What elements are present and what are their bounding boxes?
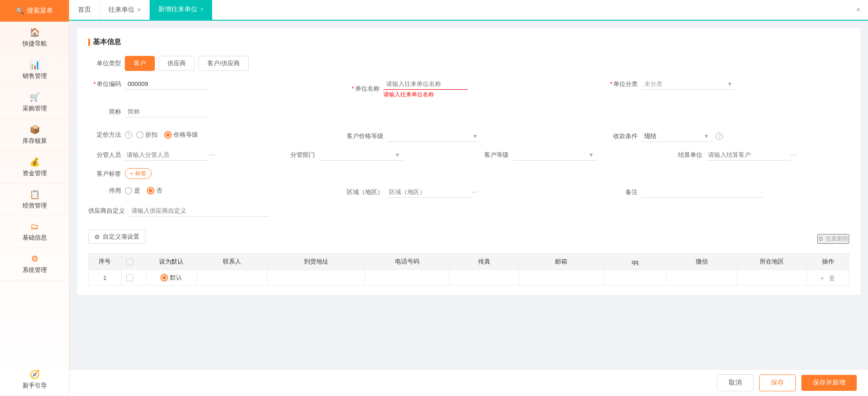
basic-icon: 🗂 xyxy=(30,222,39,232)
remark-field: 备注 xyxy=(605,186,849,198)
section-title-text: 基本信息 xyxy=(93,38,121,47)
department-field: 分管部门 ▼ xyxy=(282,149,462,161)
unit-type-group: 客户 供应商 客户/供应商 xyxy=(125,56,249,71)
row-delete-icon[interactable]: 🗑 xyxy=(827,274,837,282)
manager-input[interactable] xyxy=(125,149,207,160)
customer-level-field: 客户等级 ▼ xyxy=(476,149,655,161)
sidebar-item-sales[interactable]: 📊 销售管理 xyxy=(0,54,69,86)
tab-new-partner-close[interactable]: × xyxy=(200,6,204,13)
window-close-button[interactable]: × xyxy=(849,0,868,20)
tag-add-button[interactable]: + 标签 xyxy=(125,168,152,179)
radio-stop-no-circle xyxy=(147,187,154,194)
fax-input[interactable] xyxy=(465,274,503,281)
customer-price-select[interactable] xyxy=(387,131,481,142)
customer-price-field: 客户价格等级 ▼ xyxy=(347,131,591,142)
cancel-button[interactable]: 取消 xyxy=(717,374,754,391)
cell-region xyxy=(737,270,807,286)
unit-category-select[interactable]: 未分类 xyxy=(641,78,735,90)
stop-radio-yes[interactable]: 是 xyxy=(125,186,140,195)
sidebar-item-basic[interactable]: 🗂 基础信息 xyxy=(0,216,69,248)
payment-terms-select[interactable]: 现结 xyxy=(641,131,712,142)
cell-fax xyxy=(449,270,519,286)
region-field: 区域（地区） ··· xyxy=(347,186,591,198)
th-action: 操作 xyxy=(807,254,849,270)
row-checkbox[interactable] xyxy=(126,274,133,281)
contact-table: 序号 设为默认 联系人 到货地址 电话号码 传真 邮箱 qq 微信 所在地区 操… xyxy=(88,253,849,286)
unit-name-field: *单位名称 请输入往来单位名称 xyxy=(347,78,591,99)
short-name-input[interactable] xyxy=(125,106,209,117)
unit-btn-supplier[interactable]: 供应商 xyxy=(159,56,195,71)
finance-icon: 💰 xyxy=(30,157,40,167)
search-menu-button[interactable]: 🔍 搜索菜单 xyxy=(0,0,69,22)
wechat-input[interactable] xyxy=(683,274,721,281)
remark-input[interactable] xyxy=(641,186,763,198)
select-all-checkbox[interactable] xyxy=(126,258,133,265)
pricing-radio-price-level[interactable]: 价格等级 xyxy=(164,131,198,139)
manager-more-icon[interactable]: ··· xyxy=(207,151,217,159)
customer-level-select-wrapper: ▼ xyxy=(512,149,597,161)
unit-name-input[interactable] xyxy=(383,78,468,90)
code-name-category-row: *单位编码 *单位名称 请输入往来单位名称 *单位分类 xyxy=(88,78,849,99)
sidebar-item-label: 系统管理 xyxy=(23,266,47,274)
customer-tag-row: 客户标签 + 标签 xyxy=(88,168,849,179)
sidebar-item-label: 经营管理 xyxy=(23,202,47,210)
region-label: 区域（地区） xyxy=(347,188,383,196)
sidebar-item-purchase[interactable]: 🛒 采购管理 xyxy=(0,86,69,119)
contact-input[interactable] xyxy=(213,274,251,281)
payment-terms-help-icon[interactable]: ? xyxy=(716,132,723,140)
region-input[interactable] xyxy=(387,186,470,197)
row-add-icon[interactable]: + xyxy=(819,274,826,282)
pricing-method-field: 定价方法 ? 折扣 价格等级 xyxy=(88,131,333,139)
tab-partners[interactable]: 往来单位 × xyxy=(100,0,150,20)
cell-qq xyxy=(603,270,667,286)
pricing-help-icon[interactable]: ? xyxy=(125,131,132,139)
th-default: 设为默认 xyxy=(146,254,197,270)
settlement-more-icon[interactable]: ··· xyxy=(789,151,799,159)
stop-row: 停用 是 否 区域（地区） xyxy=(88,186,849,198)
manager-field: 分管人员 ··· xyxy=(88,149,268,161)
tab-new-partner[interactable]: 新增往来单位 × xyxy=(150,0,213,20)
save-button[interactable]: 保存 xyxy=(759,374,796,391)
supplier-custom-input[interactable] xyxy=(129,205,269,217)
pricing-method-label: 定价方法 xyxy=(88,131,121,139)
unit-btn-both[interactable]: 客户/供应商 xyxy=(198,56,249,71)
address-input[interactable] xyxy=(288,274,344,281)
unit-name-label: *单位名称 xyxy=(347,85,380,93)
region-more-icon[interactable]: ··· xyxy=(470,188,480,196)
batch-delete-button[interactable]: 🗑 批量删除 xyxy=(817,234,849,244)
table-row: 1 默认 xyxy=(89,270,849,286)
unit-btn-customer[interactable]: 客户 xyxy=(125,56,155,71)
sidebar-item-operation[interactable]: 📋 经营管理 xyxy=(0,184,69,216)
settlement-unit-input[interactable] xyxy=(706,149,789,160)
sidebar-item-finance[interactable]: 💰 资金管理 xyxy=(0,151,69,184)
department-select[interactable] xyxy=(319,149,403,161)
unit-code-input[interactable] xyxy=(125,78,209,90)
cell-seq: 1 xyxy=(89,270,122,286)
sidebar-item-guide[interactable]: 🧭 新手引导 xyxy=(0,364,69,396)
tab-partners-close[interactable]: × xyxy=(137,7,141,13)
custom-settings-button[interactable]: ⚙ 自定义项设置 xyxy=(88,230,145,244)
customer-tag-label: 客户标签 xyxy=(88,170,121,178)
sidebar-item-quick-nav[interactable]: 🏠 快捷导航 xyxy=(0,22,69,54)
default-radio-circle xyxy=(160,274,168,281)
pricing-row: 定价方法 ? 折扣 价格等级 客户价格 xyxy=(88,131,849,142)
sidebar-item-system[interactable]: ⚙ 系统管理 xyxy=(0,248,69,280)
radio-price-level-circle xyxy=(164,131,172,139)
department-label: 分管部门 xyxy=(282,151,315,159)
phone-input[interactable] xyxy=(384,274,431,281)
department-select-wrapper: ▼ xyxy=(319,149,403,161)
stop-radio-no[interactable]: 否 xyxy=(147,186,162,195)
table-toolbar: ⚙ 自定义项设置 🗑 批量删除 xyxy=(88,230,849,249)
supplier-custom-label: 供应商自定义 xyxy=(88,207,125,215)
email-input[interactable] xyxy=(538,274,585,281)
unit-type-label: 单位类型 xyxy=(88,59,121,68)
purchase-icon: 🛒 xyxy=(30,92,40,102)
customer-level-select[interactable] xyxy=(512,149,597,161)
qq-input[interactable] xyxy=(618,274,651,281)
sidebar-item-inventory[interactable]: 📦 库存核算 xyxy=(0,119,69,151)
region-row-input[interactable] xyxy=(753,274,791,281)
save-add-button[interactable]: 保存并新增 xyxy=(801,375,857,391)
row-default-radio[interactable]: 默认 xyxy=(160,273,182,282)
tab-home[interactable]: 首页 xyxy=(69,0,100,20)
pricing-radio-discount[interactable]: 折扣 xyxy=(136,131,158,139)
